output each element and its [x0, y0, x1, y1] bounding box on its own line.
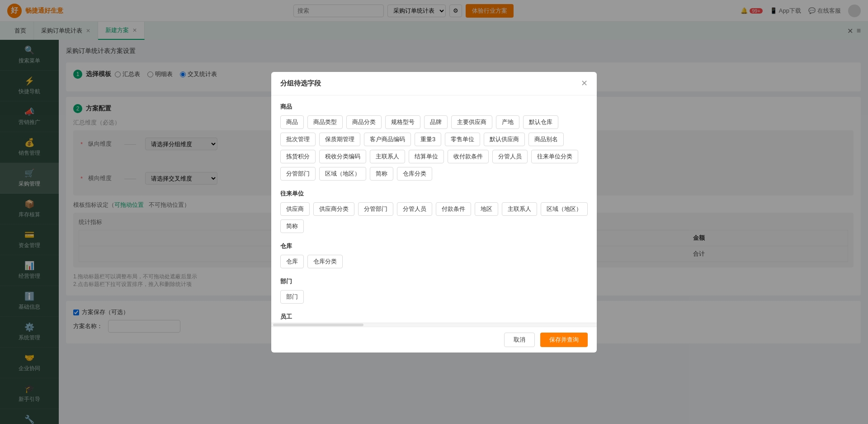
field-tag-customer-code[interactable]: 客户商品编码	[364, 133, 411, 146]
field-tag-manager[interactable]: 分管人员	[492, 150, 528, 163]
field-tag-product-alias[interactable]: 商品别名	[528, 133, 564, 146]
field-tag-payment-terms[interactable]: 收付款条件	[448, 150, 489, 163]
field-tag-main-supplier[interactable]: 主要供应商	[451, 115, 492, 129]
product-field-tags: 商品 商品类型 商品分类 规格型号 品牌 主要供应商 产地 默认仓库 批次管理 …	[280, 115, 588, 181]
department-field-tags: 部门	[280, 290, 588, 304]
dialog-footer: 取消 保存并查询	[271, 327, 597, 353]
field-select-dialog: 分组待选字段 ✕ 商品 商品 商品类型 商品分类 规格型号 品牌 主要供应商 产…	[271, 72, 597, 353]
field-tag-payment-condition[interactable]: 付款条件	[436, 202, 471, 216]
field-tag-warehouse-category[interactable]: 仓库分类	[307, 255, 343, 268]
field-tag-main-contact-counterpart[interactable]: 主联系人	[502, 202, 537, 216]
dialog-header: 分组待选字段 ✕	[271, 72, 597, 95]
warehouse-field-tags: 仓库 仓库分类	[280, 255, 588, 268]
modal-overlay: 分组待选字段 ✕ 商品 商品 商品类型 商品分类 规格型号 品牌 主要供应商 产…	[0, 0, 868, 424]
field-section-department-title: 部门	[280, 277, 588, 286]
field-section-warehouse-title: 仓库	[280, 242, 588, 250]
field-tag-region-counterpart[interactable]: 地区	[475, 202, 498, 216]
field-section-product-title: 商品	[280, 103, 588, 111]
field-section-employee: 员工 业务员	[280, 313, 588, 323]
field-section-product: 商品 商品 商品类型 商品分类 规格型号 品牌 主要供应商 产地 默认仓库 批次…	[280, 103, 588, 181]
field-tag-supplier[interactable]: 供应商	[280, 202, 310, 216]
cancel-button[interactable]: 取消	[504, 333, 535, 347]
field-tag-product[interactable]: 商品	[280, 115, 304, 129]
field-tag-manager-counterpart[interactable]: 分管人员	[397, 202, 432, 216]
dialog-title: 分组待选字段	[280, 79, 321, 88]
field-tag-region2-counterpart[interactable]: 区域（地区）	[541, 202, 588, 216]
field-section-employee-title: 员工	[280, 313, 588, 321]
field-tag-settlement-unit[interactable]: 结算单位	[409, 150, 444, 163]
field-section-counterpart-title: 往来单位	[280, 190, 588, 198]
field-tag-warehouse-category-product[interactable]: 仓库分类	[397, 167, 432, 181]
field-tag-retail-unit[interactable]: 零售单位	[445, 133, 480, 146]
field-tag-short-name-product[interactable]: 简称	[370, 167, 393, 181]
field-tag-counterpart-category[interactable]: 往来单位分类	[531, 150, 578, 163]
dialog-close-button[interactable]: ✕	[581, 79, 588, 87]
field-section-counterpart: 往来单位 供应商 供应商分类 分管部门 分管人员 付款条件 地区 主联系人 区域…	[280, 190, 588, 233]
field-tag-default-warehouse[interactable]: 默认仓库	[523, 115, 558, 129]
field-section-warehouse: 仓库 仓库 仓库分类	[280, 242, 588, 268]
field-tag-tax-code[interactable]: 税收分类编码	[319, 150, 366, 163]
field-tag-brand[interactable]: 品牌	[424, 115, 448, 129]
dialog-body[interactable]: 商品 商品 商品类型 商品分类 规格型号 品牌 主要供应商 产地 默认仓库 批次…	[271, 95, 597, 323]
field-tag-pick-score[interactable]: 拣货积分	[280, 150, 316, 163]
field-section-department: 部门 部门	[280, 277, 588, 304]
confirm-button[interactable]: 保存并查询	[540, 333, 588, 347]
field-tag-warehouse[interactable]: 仓库	[280, 255, 304, 268]
field-tag-product-type[interactable]: 商品类型	[307, 115, 343, 129]
field-tag-supplier-category[interactable]: 供应商分类	[313, 202, 354, 216]
scrollbar-thumb	[273, 324, 363, 326]
counterpart-field-tags: 供应商 供应商分类 分管部门 分管人员 付款条件 地区 主联系人 区域（地区） …	[280, 202, 588, 233]
field-tag-batch-mgmt[interactable]: 批次管理	[280, 133, 316, 146]
field-tag-main-contact[interactable]: 主联系人	[370, 150, 405, 163]
field-tag-short-name-counterpart[interactable]: 简称	[280, 219, 304, 233]
field-tag-region-product[interactable]: 区域（地区）	[319, 167, 366, 181]
field-tag-dept-counterpart[interactable]: 分管部门	[358, 202, 393, 216]
field-tag-default-supplier[interactable]: 默认供应商	[484, 133, 525, 146]
field-tag-expiry-mgmt[interactable]: 保质期管理	[319, 133, 360, 146]
field-tag-product-category[interactable]: 商品分类	[346, 115, 382, 129]
field-tag-dept[interactable]: 分管部门	[280, 167, 316, 181]
dialog-horizontal-scrollbar[interactable]	[271, 323, 597, 327]
field-tag-department[interactable]: 部门	[280, 290, 304, 304]
field-tag-origin[interactable]: 产地	[496, 115, 519, 129]
field-tag-spec-model[interactable]: 规格型号	[385, 115, 420, 129]
field-tag-weight3[interactable]: 重量3	[415, 133, 441, 146]
